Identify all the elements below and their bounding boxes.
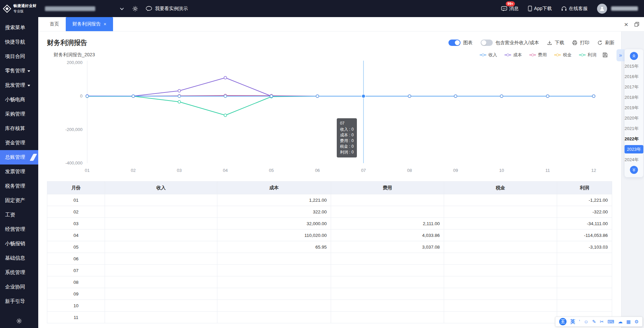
year-item-2021[interactable]: 2021年	[625, 123, 643, 134]
messages-button[interactable]: 99+ 消息	[501, 6, 519, 12]
table-cell	[444, 253, 557, 265]
table-cell	[105, 194, 217, 206]
sidebar-item-15[interactable]: 小畅报销	[0, 237, 38, 251]
legend-label: 税金	[563, 52, 572, 58]
sidebar-item-6[interactable]: 采购管理	[0, 107, 38, 121]
sidebar-item-16[interactable]: 基础信息	[0, 251, 38, 265]
year-item-2019[interactable]: 2019年	[625, 103, 643, 113]
ime-pen-icon[interactable]: ✎	[592, 319, 596, 324]
tab-close-icon[interactable]: ×	[104, 21, 106, 27]
topbar-settings-gear-icon[interactable]	[132, 6, 138, 12]
ime-punctuation-icon[interactable]: ’	[579, 319, 580, 324]
toggle-on-icon[interactable]	[448, 40, 461, 46]
year-item-2020[interactable]: 2020年	[625, 113, 643, 123]
username-blurred	[611, 6, 638, 11]
tab-label: 财务利润报告	[72, 21, 101, 27]
ime-cloud-icon[interactable]: ☁	[618, 319, 623, 324]
ime-grid-icon[interactable]: ▦	[626, 319, 631, 324]
table-row: 07	[47, 265, 612, 276]
sidebar-item-13[interactable]: 工资	[0, 208, 38, 222]
app-logo[interactable]: 畅捷通好业财 专业版	[0, 3, 38, 14]
sidebar-item-5[interactable]: 小畅电商	[0, 92, 38, 107]
year-item-2017[interactable]: 2017年	[625, 82, 643, 92]
legend-item-3[interactable]: 税金	[554, 52, 572, 58]
svg-text:03: 03	[177, 168, 181, 173]
fullscreen-icon[interactable]	[634, 22, 639, 27]
table-cell: 65.95	[217, 241, 331, 253]
org-selector[interactable]	[43, 6, 127, 11]
ime-toolbar[interactable]: 王英’☺✎✂⌨☁▦⚙	[555, 317, 643, 327]
chart-toggle[interactable]: 图表	[448, 40, 473, 46]
table-cell	[331, 300, 444, 312]
ime-logo[interactable]: 王	[559, 318, 567, 325]
app-download-button[interactable]: App下载	[528, 6, 552, 12]
online-support-button[interactable]: 在线客服	[561, 6, 588, 12]
legend-item-0[interactable]: 收入	[480, 52, 497, 58]
year-item-2022[interactable]: 2022年	[625, 134, 643, 144]
sidebar-item-14[interactable]: 经营管理	[0, 222, 38, 237]
year-scroll-down-button[interactable]	[630, 166, 638, 174]
sidebar-item-17[interactable]: 系统管理	[0, 265, 38, 280]
tab-home[interactable]: 首页	[43, 17, 66, 31]
sidebar-item-10[interactable]: 发票管理	[0, 165, 38, 179]
sidebar-item-9[interactable]: 总账管理	[0, 150, 38, 165]
table-header-cell: 月份	[47, 182, 105, 194]
sidebar-item-4[interactable]: 批发管理	[0, 78, 38, 92]
sidebar-item-8[interactable]: 资金管理	[0, 136, 38, 150]
year-item-2015[interactable]: 2015年	[625, 61, 643, 71]
sidebar-settings-gear-icon[interactable]	[16, 318, 22, 324]
legend-item-1[interactable]: 成本	[504, 52, 522, 58]
ime-scissors-icon[interactable]: ✂	[600, 319, 604, 324]
table-cell	[331, 276, 444, 288]
sidebar-item-19[interactable]: 新手引导	[0, 294, 38, 309]
chart-title: 财务利润报告_2023	[54, 52, 95, 58]
year-item-2023[interactable]: 2023年	[625, 145, 643, 153]
table-cell	[217, 276, 331, 288]
tab-profit-report[interactable]: 财务利润报告 ×	[66, 17, 113, 31]
sidebar-item-2[interactable]: 项目合同	[0, 49, 38, 64]
year-item-2024[interactable]: 2024年	[625, 154, 643, 165]
table-cell: 01	[47, 194, 105, 206]
speech-bubble-icon	[146, 6, 152, 11]
sidebar-item-0[interactable]: 搜索菜单	[0, 20, 38, 35]
sidebar-item-12[interactable]: 固定资产	[0, 193, 38, 208]
year-scroll-up-button[interactable]	[630, 52, 638, 60]
download-icon	[547, 40, 552, 45]
svg-text:10: 10	[499, 168, 504, 173]
include-nonoperating-toggle[interactable]: 包含营业外收入/成本	[481, 40, 539, 46]
sidebar-item-11[interactable]: 税务管理	[0, 179, 38, 193]
gear-icon	[132, 6, 138, 12]
profit-chart-svg[interactable]: 200,0000-200,000-400,0000102030405060708…	[47, 58, 614, 173]
sidebar-item-label: 库存核算	[5, 125, 25, 132]
ime-keyboard-icon[interactable]: ⌨	[607, 319, 614, 324]
print-button[interactable]: 打印	[572, 40, 589, 46]
ime-settings-icon[interactable]: ⚙	[634, 319, 639, 324]
app-body: 搜索菜单快捷导航项目合同零售管理批发管理小畅电商采购管理库存核算资金管理总账管理…	[0, 17, 644, 328]
legend-item-4[interactable]: 利润	[579, 52, 596, 58]
year-item-2018[interactable]: 2018年	[625, 92, 643, 103]
table-cell	[557, 300, 612, 312]
sidebar-item-18[interactable]: 企业协同	[0, 280, 38, 294]
sidebar-item-label: 经营管理	[5, 226, 25, 233]
year-item-2016[interactable]: 2016年	[625, 71, 643, 82]
year-panel-collapse-handle[interactable]: »	[616, 49, 625, 61]
avatar[interactable]	[597, 4, 607, 14]
legend-item-2[interactable]: 费用	[529, 52, 547, 58]
save-chart-icon[interactable]	[602, 52, 608, 58]
table-cell	[105, 241, 217, 253]
download-button[interactable]: 下载	[547, 40, 564, 46]
sidebar-item-label: 小畅电商	[5, 96, 25, 103]
refresh-button[interactable]: 刷新	[597, 40, 614, 46]
sidebar-item-7[interactable]: 库存核算	[0, 121, 38, 136]
demo-button[interactable]: 我要看实例演示	[146, 6, 188, 12]
close-all-tabs-icon[interactable]: ×	[624, 21, 628, 28]
ime-language-toggle[interactable]: 英	[570, 319, 575, 325]
ime-emoji-icon[interactable]: ☺	[584, 319, 588, 324]
toggle-off-icon[interactable]	[481, 40, 493, 46]
sidebar-item-label: 零售管理	[5, 68, 25, 74]
sidebar-item-1[interactable]: 快捷导航	[0, 35, 38, 49]
main-area: 首页 财务利润报告 × × 财务利润报告	[38, 17, 644, 328]
logo-line1: 畅捷通好业财	[13, 3, 37, 8]
sidebar-item-3[interactable]: 零售管理	[0, 64, 38, 78]
table-cell	[331, 288, 444, 300]
